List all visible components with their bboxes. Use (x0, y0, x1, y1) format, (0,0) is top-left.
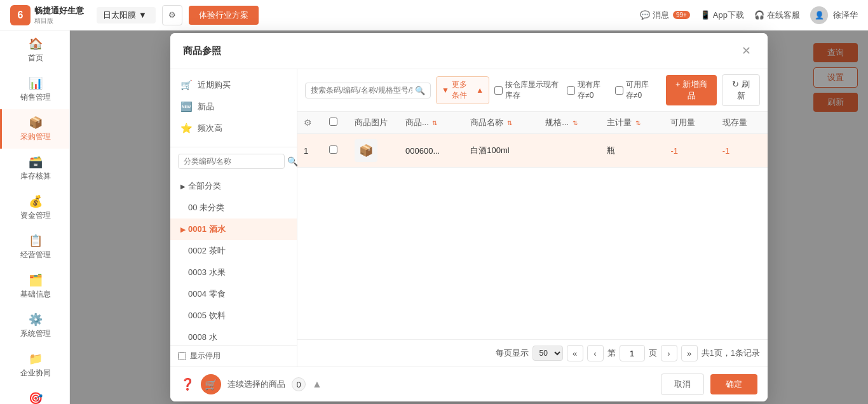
recent-purchase-tab[interactable]: 🛒 近期购买 (170, 74, 297, 96)
sidebar-item-sales[interactable]: 📊 销售管理 (0, 70, 69, 109)
show-disabled-checkbox[interactable] (178, 352, 186, 360)
col-code: 商品... ⇅ (399, 112, 464, 134)
sidebar-item-basics[interactable]: 🗂️ 基础信息 (0, 267, 69, 306)
refresh-button[interactable]: ↻ 刷新 (722, 74, 760, 106)
product-table-wrap: ⚙ 商品图片 商品... ⇅ (297, 112, 768, 339)
top-nav: 6 畅捷通好生意 精目版 日太阳膜 ▼ ⚙ 体验行业方案 💬 消息 99+ 📱 … (0, 0, 868, 30)
modal-close-button[interactable]: ✕ (737, 42, 755, 60)
sidebar-item-finance[interactable]: 💰 资金管理 (0, 188, 69, 227)
category-search: 🔍 (170, 150, 297, 173)
store-selector[interactable]: 日太阳膜 ▼ (97, 7, 156, 24)
product-thumbnail: 📦 (355, 139, 377, 162)
col-image: 商品图片 (348, 112, 399, 134)
user-profile[interactable]: 👤 徐泽华 (810, 6, 858, 24)
cell-spec (539, 134, 600, 168)
select-all-checkbox[interactable] (329, 118, 337, 126)
warehouse-checkbox[interactable] (494, 86, 503, 95)
cell-image: 📦 (348, 134, 399, 168)
logo-text: 畅捷通好生意 精目版 (34, 5, 84, 25)
cancel-button[interactable]: 取消 (661, 374, 704, 395)
settings-button[interactable]: ⚙ (162, 5, 182, 25)
sort-spec-icon[interactable]: ⇅ (573, 119, 578, 126)
product-table: ⚙ 商品图片 商品... ⇅ (297, 112, 768, 168)
next-page-button[interactable]: › (661, 345, 677, 361)
sort-name-icon[interactable]: ⇅ (507, 119, 512, 126)
category-item-drinks[interactable]: 0005 饮料 (170, 305, 297, 327)
sidebar-item-inventory[interactable]: 🗃️ 库存核算 (0, 149, 69, 188)
first-page-button[interactable]: « (567, 345, 583, 361)
available-ne0-checkbox[interactable] (615, 86, 623, 95)
category-item-uncategorized[interactable]: 00 未分类 (170, 197, 297, 219)
sidebar-item-enterprise[interactable]: 📁 企业协同 (0, 346, 69, 385)
expand-icon: ▶ (180, 183, 186, 190)
sort-unit-icon[interactable]: ⇅ (635, 119, 641, 126)
collapse-footer-icon[interactable]: ▲ (312, 379, 322, 390)
logo-area: 6 畅捷通好生意 精目版 (10, 5, 84, 25)
checkbox-warehouse[interactable]: 按仓库显示现有库存 (494, 79, 559, 101)
page-number-input[interactable] (620, 345, 645, 361)
checkbox-available-ne0[interactable]: 可用库存≠0 (615, 79, 656, 101)
high-frequency-tab[interactable]: ⭐ 频次高 (170, 118, 297, 139)
home-icon: 🏠 (29, 37, 43, 51)
prev-page-button[interactable]: ‹ (587, 345, 604, 361)
cart-icon[interactable]: 🛒 (201, 374, 221, 394)
category-item-liquor[interactable]: ▶ 0001 酒水 (170, 219, 297, 240)
row-checkbox[interactable] (329, 145, 337, 154)
stock-ne0-checkbox[interactable] (567, 86, 575, 95)
category-search-icon[interactable]: 🔍 (287, 156, 298, 166)
col-stock: 现存量 (716, 112, 768, 134)
product-reference-modal: 商品参照 ✕ 🛒 近期购买 🆕 (170, 33, 768, 401)
liquor-expand-icon: ▶ (180, 226, 186, 233)
column-settings-icon[interactable]: ⚙ (304, 118, 312, 128)
headset-icon: 🎧 (754, 10, 764, 20)
category-item-tea[interactable]: 0002 茶叶 (170, 240, 297, 262)
recent-icon: 🛒 (180, 79, 193, 91)
add-product-button[interactable]: + 新增商品 (666, 75, 717, 105)
modal-body: 🛒 近期购买 🆕 新品 ⭐ 频次高 (170, 69, 768, 367)
inventory-icon: 🗃️ (29, 155, 43, 169)
category-item-snacks[interactable]: 0004 零食 (170, 283, 297, 305)
sort-code-icon[interactable]: ⇅ (432, 119, 437, 126)
filter-button[interactable]: ▼ 更多条件 ▲ (436, 76, 489, 104)
footer-left: ❓ 🛒 连续选择的商品 0 ▲ (180, 374, 322, 394)
sidebar-item-system[interactable]: ⚙️ 系统管理 (0, 306, 69, 346)
modal-left-panel: 🛒 近期购买 🆕 新品 ⭐ 频次高 (170, 69, 297, 367)
basics-icon: 🗂️ (29, 273, 43, 287)
modal-right-panel: 🔍 ▼ 更多条件 ▲ 按仓库显示现有库存 (297, 69, 768, 367)
checkbox-stock-ne0[interactable]: 现有库存≠0 (567, 79, 607, 101)
trial-button[interactable]: 体验行业方案 (189, 6, 259, 25)
sidebar-item-home[interactable]: 🏠 首页 (0, 30, 69, 70)
quick-tabs: 🛒 近期购买 🆕 新品 ⭐ 频次高 (170, 69, 297, 144)
col-available: 可用量 (664, 112, 715, 134)
modal-toolbar: 🔍 ▼ 更多条件 ▲ 按仓库显示现有库存 (297, 69, 768, 112)
category-search-input[interactable] (178, 154, 285, 169)
app-download-button[interactable]: 📱 App下载 (700, 10, 744, 21)
last-page-button[interactable]: » (681, 345, 698, 361)
sidebar-item-guide[interactable]: 🎯 新手引导 (0, 385, 69, 404)
enterprise-icon: 📁 (29, 352, 43, 366)
finance-icon: 💰 (29, 194, 43, 208)
confirm-button[interactable]: 确定 (710, 374, 757, 394)
search-icon: 🔍 (415, 86, 425, 95)
category-item-water[interactable]: 0008 水 (170, 327, 297, 345)
sidebar-item-purchase[interactable]: 📦 采购管理 (0, 109, 69, 149)
online-service-button[interactable]: 🎧 在线客服 (754, 10, 800, 21)
new-product-tab[interactable]: 🆕 新品 (170, 96, 297, 118)
show-disabled-area: 显示停用 (170, 345, 297, 367)
product-search-input[interactable] (311, 86, 412, 95)
category-item-all[interactable]: ▶ 全部分类 (170, 175, 297, 197)
cell-seq: 1 (297, 134, 323, 168)
per-page-select[interactable]: 50 (532, 346, 563, 361)
col-name: 商品名称 ⇅ (464, 112, 539, 134)
help-icon[interactable]: ❓ (180, 377, 194, 391)
messages-button[interactable]: 💬 消息 99+ (640, 10, 690, 21)
product-search-wrap: 🔍 (305, 83, 431, 98)
category-item-fruit[interactable]: 0003 水果 (170, 262, 297, 283)
main-layout: 🏠 首页 📊 销售管理 📦 采购管理 🗃️ 库存核算 💰 资金管理 📋 经营管理… (0, 30, 868, 404)
sidebar: 🏠 首页 📊 销售管理 📦 采购管理 🗃️ 库存核算 💰 资金管理 📋 经营管理… (0, 30, 70, 404)
cell-checkbox (323, 134, 348, 168)
pagination-bar: 每页显示 50 « ‹ 第 页 › » 共1页，1条记录 (297, 339, 768, 367)
sidebar-item-operations[interactable]: 📋 经营管理 (0, 227, 69, 267)
filter-icon: ▼ (442, 86, 449, 95)
modal-title: 商品参照 (183, 45, 221, 57)
